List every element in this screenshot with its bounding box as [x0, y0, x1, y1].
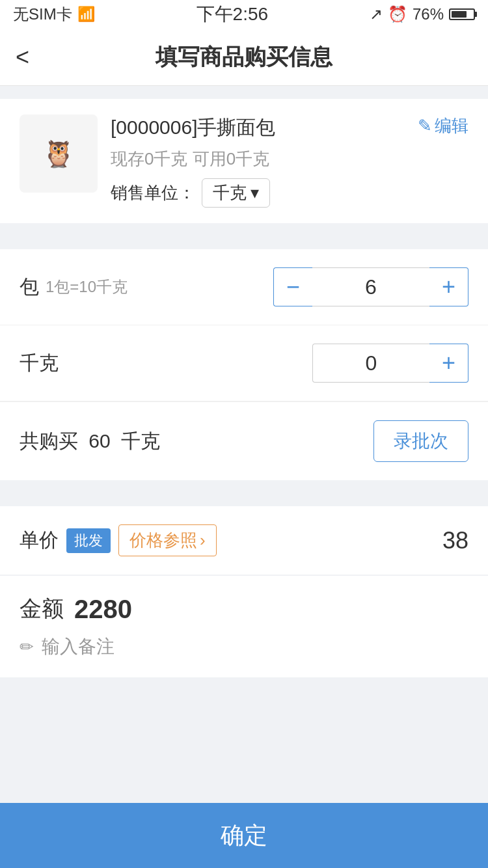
bag-sublabel: 1包=10千克 [46, 277, 128, 297]
bag-label: 包 1包=10千克 [20, 274, 128, 301]
kg-quantity-input[interactable] [312, 344, 429, 383]
divider-2 [0, 480, 488, 493]
amount-section: 金额 2280 ✏ 输入备注 [0, 576, 488, 677]
wifi-icon: 📶 [77, 6, 95, 23]
total-label: 共购买 [20, 430, 78, 452]
product-card: 🦉 [0000006]手撕面包 ✎ 编辑 现存0千克 可用0千克 销售单位： 千… [0, 99, 488, 223]
product-thumbnail: 🦉 [20, 115, 98, 193]
location-icon: ↗ [370, 5, 383, 23]
total-row: 共购买 60 千克 录批次 [0, 401, 488, 480]
bag-quantity-input[interactable] [312, 267, 429, 306]
price-value: 38 [442, 527, 468, 554]
divider-1 [0, 223, 488, 236]
amount-label: 金额 [20, 594, 64, 624]
edit-button[interactable]: ✎ 编辑 [418, 115, 468, 137]
product-stock: 现存0千克 可用0千克 [111, 148, 468, 170]
price-ref-button[interactable]: 价格参照 › [118, 524, 217, 556]
price-section: 单价 批发 价格参照 › 38 [0, 506, 488, 575]
kg-label: 千克 [20, 350, 59, 377]
amount-value: 2280 [74, 595, 132, 624]
product-unit-row: 销售单位： 千克 ▾ [111, 178, 468, 208]
product-name-text: [0000006]手撕面包 [111, 115, 418, 141]
price-ref-label: 价格参照 [129, 529, 197, 552]
back-button[interactable]: < [16, 44, 29, 71]
page-title: 填写商品购买信息 [156, 42, 332, 72]
kg-plus-button[interactable]: + [429, 344, 468, 383]
battery-label: 76% [413, 5, 444, 23]
status-time: 下午2:56 [197, 2, 269, 27]
product-name-row: [0000006]手撕面包 ✎ 编辑 [111, 115, 468, 141]
total-amount: 60 [88, 430, 110, 452]
remark-label: 输入备注 [42, 634, 115, 659]
edit-icon: ✎ [418, 116, 432, 136]
remark-row[interactable]: ✏ 输入备注 [20, 634, 468, 659]
kg-row: 千克 + [0, 325, 488, 401]
batch-button[interactable]: 录批次 [373, 420, 468, 462]
bag-label-text: 包 [20, 274, 39, 301]
product-thumb-icon: 🦉 [42, 139, 75, 169]
kg-label-text: 千克 [20, 350, 59, 377]
price-tag: 批发 [66, 528, 111, 553]
unit-arrow-icon: ▾ [251, 183, 259, 203]
product-info: [0000006]手撕面包 ✎ 编辑 现存0千克 可用0千克 销售单位： 千克 … [111, 115, 468, 208]
bag-row: 包 1包=10千克 − + [0, 249, 488, 325]
bag-minus-button[interactable]: − [273, 267, 312, 306]
total-text: 共购买 60 千克 [20, 428, 160, 455]
price-ref-arrow-icon: › [200, 530, 206, 550]
pencil-icon: ✏ [20, 637, 34, 657]
alarm-icon: ⏰ [388, 5, 407, 23]
total-unit: 千克 [121, 430, 160, 452]
price-row: 单价 批发 价格参照 › 38 [20, 524, 468, 556]
carrier-label: 无SIM卡 [13, 4, 72, 25]
status-right: ↗ ⏰ 76% [370, 5, 475, 23]
edit-label: 编辑 [435, 115, 468, 137]
form-section: 包 1包=10千克 − + 千克 + 共购买 60 千克 录批次 [0, 249, 488, 480]
unit-label: 销售单位： [111, 182, 195, 204]
confirm-label: 确定 [221, 820, 267, 852]
bag-plus-button[interactable]: + [429, 267, 468, 306]
status-bar: 无SIM卡 📶 下午2:56 ↗ ⏰ 76% [0, 0, 488, 29]
kg-quantity-control: + [312, 344, 468, 383]
nav-bar: < 填写商品购买信息 [0, 29, 488, 86]
unit-selector[interactable]: 千克 ▾ [202, 178, 270, 208]
bag-quantity-control: − + [273, 267, 468, 306]
price-label: 单价 [20, 527, 59, 554]
unit-value: 千克 [213, 182, 247, 204]
price-left: 单价 批发 价格参照 › [20, 524, 217, 556]
confirm-bar[interactable]: 确定 [0, 803, 488, 868]
battery-icon [449, 8, 475, 20]
status-left: 无SIM卡 📶 [13, 4, 95, 25]
amount-row: 金额 2280 [20, 594, 468, 624]
